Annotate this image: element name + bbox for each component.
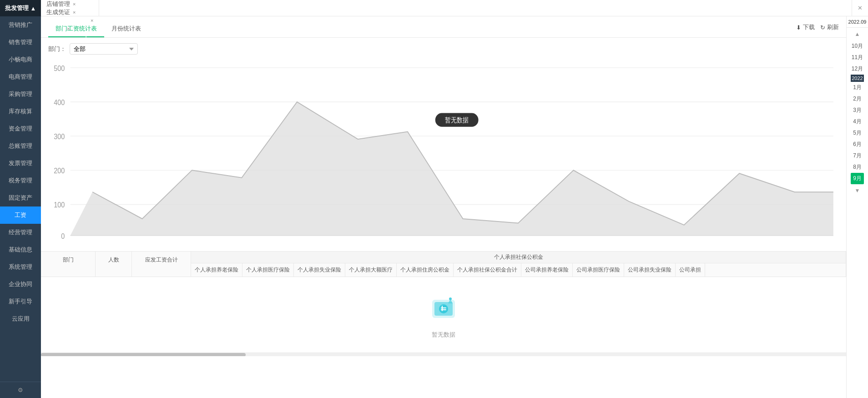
svg-point-17	[439, 304, 448, 313]
refresh-icon: ↻	[820, 24, 825, 31]
svg-text:200: 200	[54, 166, 65, 175]
rs-items-list: 10月11月12月20221月2月3月4月5月6月7月8月9月	[851, 40, 864, 184]
rs-item-5月[interactable]: 5月	[851, 127, 864, 139]
sidebar-item-销售管理[interactable]: 销售管理	[0, 34, 41, 51]
tab-monthly-stats[interactable]: 月份统计表	[104, 21, 148, 37]
tab-close-5[interactable]: ×	[91, 18, 93, 23]
sidebar-item-发票管理[interactable]: 发票管理	[0, 155, 41, 172]
sidebar-item-库存核算[interactable]: 库存核算	[0, 103, 41, 120]
chart-area: 500 400 300 200 100 0	[41, 60, 846, 251]
filter-dept-label: 部门：	[48, 45, 66, 53]
sidebar-item-基础信息[interactable]: 基础信息	[0, 241, 41, 258]
th-group-cells: 个人承担养老保险 个人承担医疗保险 个人承担失业保险 个人承担大额医疗 个人承担…	[191, 263, 846, 277]
svg-text:0: 0	[61, 232, 65, 240]
th-count: 人数	[96, 252, 132, 277]
main-panel: 部门工资统计表 月份统计表 ⬇ 下载 ↻ 刷新 部门：	[41, 16, 846, 398]
rs-item-12月[interactable]: 12月	[851, 63, 864, 75]
th-personal-major-medical: 个人承担大额医疗	[345, 263, 397, 277]
rs-item-1月[interactable]: 1月	[851, 82, 864, 93]
sidebar-item-固定资产[interactable]: 固定资产	[0, 189, 41, 207]
tab-close-7[interactable]: ×	[85, 34, 87, 40]
right-sidebar: 2022.09 ▲ 10月11月12月20221月2月3月4月5月6月7月8月9…	[846, 16, 868, 398]
th-personal-pension: 个人承担养老保险	[191, 263, 242, 277]
scrollbar-thumb[interactable]	[41, 353, 246, 356]
tab-label-3: 店铺管理	[46, 0, 70, 8]
svg-rect-18	[441, 307, 446, 308]
tab-close-6[interactable]: ×	[67, 26, 70, 31]
rs-item-4月[interactable]: 4月	[851, 116, 864, 127]
table-header: 部门 人数 应发工资合计 个人承担社保公积金 个人承担养老保险 个人承担医疗保险…	[41, 252, 846, 277]
th-company-misc: 公司承担	[676, 263, 705, 277]
empty-illustration	[425, 291, 462, 327]
rs-item-8月[interactable]: 8月	[851, 161, 864, 173]
sidebar-item-采购管理[interactable]: 采购管理	[0, 86, 41, 103]
sidebar-item-营销推广[interactable]: 营销推广	[0, 16, 41, 34]
rs-item-3月[interactable]: 3月	[851, 105, 864, 116]
sub-tab-actions: ⬇ 下载 ↻ 刷新	[796, 23, 839, 35]
sidebar-item-资金管理[interactable]: 资金管理	[0, 120, 41, 137]
th-personal-unemployment: 个人承担失业保险	[294, 263, 345, 277]
rs-item-9月[interactable]: 9月	[851, 173, 864, 184]
main-area: 首页门店商品目录 ×销售单 ×店铺管理 ×生成凭证 ×应收应付调整单 ×工资表 …	[41, 0, 868, 398]
download-icon: ⬇	[796, 24, 801, 31]
rs-item-11月[interactable]: 11月	[851, 52, 864, 63]
rs-nav-down[interactable]: ▼	[851, 186, 864, 195]
sidebar-item-总账管理[interactable]: 总账管理	[0, 137, 41, 155]
empty-text: 暂无数据	[432, 331, 455, 339]
th-company-pension: 公司承担养老保险	[521, 263, 573, 277]
tab-3[interactable]: 店铺管理 ×	[41, 0, 99, 8]
svg-rect-19	[441, 309, 446, 310]
sidebar-toggle-icon: ▲	[30, 5, 36, 12]
rs-nav-up[interactable]: ▲	[851, 30, 864, 39]
sidebar-item-企业协同[interactable]: 企业协同	[0, 276, 41, 293]
tab-4[interactable]: 生成凭证 ×	[41, 8, 99, 16]
sidebar-item-经营管理[interactable]: 经营管理	[0, 224, 41, 241]
sidebar-header[interactable]: 批发管理 ▲	[0, 0, 41, 16]
sidebar-footer-settings[interactable]: ⚙	[0, 382, 41, 398]
sidebar-item-新手引导[interactable]: 新手引导	[0, 293, 41, 310]
refresh-action[interactable]: ↻ 刷新	[820, 23, 839, 31]
filter-row: 部门： 全部 部门1 部门2	[41, 38, 846, 60]
svg-rect-20	[442, 306, 443, 311]
tab-department-wage-stats[interactable]: 部门工资统计表	[48, 21, 104, 37]
sidebar-title: 批发管理	[5, 4, 29, 12]
content-area: 部门工资统计表 月份统计表 ⬇ 下载 ↻ 刷新 部门：	[41, 16, 868, 398]
sidebar-items: 营销推广销售管理小畅电商电商管理采购管理库存核算资金管理总账管理发票管理税务管理…	[0, 16, 41, 327]
th-group-title: 个人承担社保公积金	[191, 252, 846, 263]
th-personal-housing: 个人承担住房公积金	[397, 263, 454, 277]
rs-item-7月[interactable]: 7月	[851, 150, 864, 161]
rs-item-2022: 2022	[851, 75, 864, 82]
svg-point-22	[449, 297, 452, 300]
svg-text:300: 300	[54, 132, 65, 141]
rs-item-6月[interactable]: 6月	[851, 139, 864, 150]
refresh-label: 刷新	[827, 23, 839, 31]
svg-text:100: 100	[54, 201, 65, 209]
table-scrollbar[interactable]	[41, 353, 846, 356]
svg-text:400: 400	[54, 98, 65, 106]
tab-close-3[interactable]: ×	[73, 1, 76, 7]
download-label: 下载	[803, 23, 815, 31]
th-personal-total: 个人承担社保公积金合计	[454, 263, 521, 277]
sidebar-item-云应用[interactable]: 云应用	[0, 310, 41, 327]
sidebar: 批发管理 ▲ 营销推广销售管理小畅电商电商管理采购管理库存核算资金管理总账管理发…	[0, 0, 41, 398]
sub-tab-bar: 部门工资统计表 月份统计表 ⬇ 下载 ↻ 刷新	[41, 16, 846, 38]
download-action[interactable]: ⬇ 下载	[796, 23, 815, 31]
sub-tabs: 部门工资统计表 月份统计表	[48, 21, 148, 37]
tab-close-4[interactable]: ×	[73, 10, 76, 15]
th-company-unemployment: 公司承担失业保险	[624, 263, 676, 277]
sidebar-item-系统管理[interactable]: 系统管理	[0, 258, 41, 276]
sidebar-item-小畅电商[interactable]: 小畅电商	[0, 51, 41, 68]
sidebar-item-工资[interactable]: 工资	[0, 207, 41, 224]
tab-bar: 首页门店商品目录 ×销售单 ×店铺管理 ×生成凭证 ×应收应付调整单 ×工资表 …	[41, 0, 868, 16]
sidebar-item-税务管理[interactable]: 税务管理	[0, 172, 41, 189]
close-all-icon: ✕	[858, 5, 863, 11]
rs-item-2月[interactable]: 2月	[851, 93, 864, 105]
th-group-personal: 个人承担社保公积金 个人承担养老保险 个人承担医疗保险 个人承担失业保险 个人承…	[191, 252, 846, 277]
svg-text:暂无数据: 暂无数据	[445, 116, 469, 124]
sidebar-item-电商管理[interactable]: 电商管理	[0, 68, 41, 86]
table-container: 部门 人数 应发工资合计 个人承担社保公积金 个人承担养老保险 个人承担医疗保险…	[41, 251, 846, 356]
filter-dept-select[interactable]: 全部 部门1 部门2	[70, 43, 138, 55]
close-all-tabs-button[interactable]: ✕	[852, 0, 868, 16]
rs-item-10月[interactable]: 10月	[851, 40, 864, 52]
th-personal-medical: 个人承担医疗保险	[242, 263, 294, 277]
